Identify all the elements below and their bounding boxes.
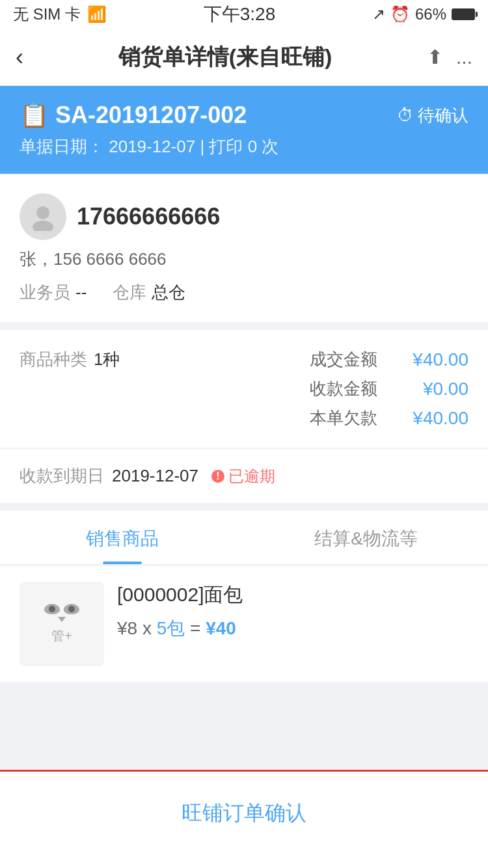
received-label: 收款金额 bbox=[310, 377, 377, 400]
tab-products[interactable]: 销售商品 bbox=[0, 511, 244, 564]
amount-value: ¥40.00 bbox=[390, 349, 468, 370]
product-type-info: 商品种类 1种 bbox=[20, 348, 120, 371]
location-icon: ↗ bbox=[372, 5, 385, 23]
back-button[interactable]: ‹ bbox=[16, 44, 23, 71]
quantity: 5包 bbox=[157, 618, 185, 638]
clock-icon: ⏱ bbox=[397, 105, 414, 126]
product-type-label: 商品种类 bbox=[20, 348, 87, 371]
confirm-button[interactable]: 旺铺订单确认 bbox=[20, 785, 468, 842]
tabs-bar: 销售商品 结算&物流等 bbox=[0, 511, 488, 565]
warehouse-label: 仓库 bbox=[113, 281, 146, 304]
debt-value: ¥40.00 bbox=[390, 408, 468, 429]
svg-point-1 bbox=[33, 221, 53, 231]
due-date-card: 收款到期日 2019-12-07 ! 已逾期 bbox=[0, 449, 488, 503]
order-date-line: 单据日期： 2019-12-07 | 打印 0 次 bbox=[20, 135, 468, 158]
due-value: 2019-12-07 bbox=[112, 466, 198, 486]
due-label: 收款到期日 bbox=[20, 465, 104, 487]
status-text: 待确认 bbox=[418, 104, 468, 127]
received-value: ¥0.00 bbox=[390, 379, 468, 400]
avatar bbox=[20, 193, 66, 240]
nav-bar: ‹ 销货单详情(来自旺铺) ⬆ ... bbox=[0, 29, 488, 86]
product-details: [0000002]面包 ¥8 x 5包 = ¥40 bbox=[117, 582, 468, 641]
equals-sign: = bbox=[190, 618, 206, 638]
owl-eye-left bbox=[44, 604, 60, 614]
time-label: 下午3:28 bbox=[204, 2, 276, 27]
alarm-icon: ⏰ bbox=[390, 5, 410, 23]
overdue-icon: ! bbox=[211, 470, 224, 483]
debt-label: 本单欠款 bbox=[310, 407, 377, 429]
product-logo: 管+ bbox=[44, 604, 79, 645]
date-label: 单据日期： bbox=[20, 137, 104, 156]
order-status: ⏱ 待确认 bbox=[397, 104, 468, 127]
customer-meta: 业务员 -- 仓库 总仓 bbox=[20, 281, 468, 304]
product-thumbnail: 管+ bbox=[20, 582, 104, 666]
status-bar: 无 SIM 卡 📶 下午3:28 ↗ ⏰ 66% bbox=[0, 0, 488, 29]
header-top: 📋 SA-20191207-002 ⏱ 待确认 bbox=[20, 102, 468, 129]
warehouse-info: 仓库 总仓 bbox=[113, 281, 185, 304]
overdue-badge: ! 已逾期 bbox=[211, 466, 275, 487]
bottom-bar: 旺铺订单确认 bbox=[0, 770, 488, 868]
multiply-sign: x bbox=[142, 618, 157, 638]
battery-label: 66% bbox=[415, 5, 446, 23]
svg-point-0 bbox=[36, 206, 49, 219]
owl-eyes bbox=[44, 604, 79, 614]
amount-label: 成交金额 bbox=[310, 348, 377, 371]
battery-icon bbox=[452, 8, 475, 20]
confirm-button-label: 旺铺订单确认 bbox=[182, 799, 306, 828]
customer-phone: 17666666666 bbox=[77, 203, 220, 230]
more-icon[interactable]: ... bbox=[456, 46, 472, 68]
order-id-value: SA-20191207-002 bbox=[55, 102, 247, 129]
order-id: 📋 SA-20191207-002 bbox=[20, 102, 247, 129]
staff-value: -- bbox=[75, 282, 87, 303]
overdue-text: 已逾期 bbox=[228, 466, 275, 487]
unit-price: ¥8 bbox=[117, 618, 137, 638]
print-info: | 打印 0 次 bbox=[200, 137, 278, 156]
status-left: 无 SIM 卡 📶 bbox=[13, 4, 107, 25]
owl-pupil-right bbox=[68, 606, 75, 612]
staff-label: 业务员 bbox=[20, 281, 70, 304]
product-item: 管+ [0000002]面包 ¥8 x 5包 = ¥40 bbox=[20, 582, 468, 666]
owl-beak bbox=[58, 617, 66, 622]
customer-name: 张，156 6666 6666 bbox=[20, 248, 468, 271]
debt-row: 本单欠款 ¥40.00 bbox=[310, 407, 468, 429]
nav-actions: ⬆ ... bbox=[427, 46, 472, 68]
amount-summary: 成交金额 ¥40.00 收款金额 ¥0.00 本单欠款 ¥40.00 bbox=[310, 348, 468, 429]
share-icon[interactable]: ⬆ bbox=[427, 46, 443, 68]
owl-eye-right bbox=[64, 604, 79, 614]
owl-pupil-left bbox=[49, 606, 55, 612]
warehouse-value: 总仓 bbox=[152, 281, 185, 304]
order-header-card: 📋 SA-20191207-002 ⏱ 待确认 单据日期： 2019-12-07… bbox=[0, 86, 488, 174]
product-price: ¥8 x 5包 = ¥40 bbox=[117, 616, 468, 641]
date-value: 2019-12-07 bbox=[109, 137, 195, 156]
customer-top: 17666666666 bbox=[20, 193, 468, 240]
page-title: 销货单详情(来自旺铺) bbox=[118, 42, 332, 72]
received-row: 收款金额 ¥0.00 bbox=[310, 377, 468, 400]
product-list: 管+ [0000002]面包 ¥8 x 5包 = ¥40 bbox=[0, 566, 488, 682]
status-right: ↗ ⏰ 66% bbox=[372, 5, 475, 23]
tab-settlement[interactable]: 结算&物流等 bbox=[244, 511, 488, 564]
product-name: [0000002]面包 bbox=[117, 582, 468, 608]
summary-card: 商品种类 1种 成交金额 ¥40.00 收款金额 ¥0.00 本单欠款 ¥40.… bbox=[0, 330, 488, 448]
amount-row: 成交金额 ¥40.00 bbox=[310, 348, 468, 371]
thumb-brand: 管+ bbox=[51, 627, 72, 645]
wifi-icon: 📶 bbox=[87, 5, 107, 23]
product-type-value: 1种 bbox=[94, 348, 120, 371]
carrier-label: 无 SIM 卡 bbox=[13, 4, 81, 25]
order-box-icon: 📋 bbox=[20, 102, 49, 129]
staff-info: 业务员 -- bbox=[20, 281, 87, 304]
customer-card: 17666666666 张，156 6666 6666 业务员 -- 仓库 总仓 bbox=[0, 175, 488, 322]
total-price: ¥40 bbox=[206, 618, 236, 638]
